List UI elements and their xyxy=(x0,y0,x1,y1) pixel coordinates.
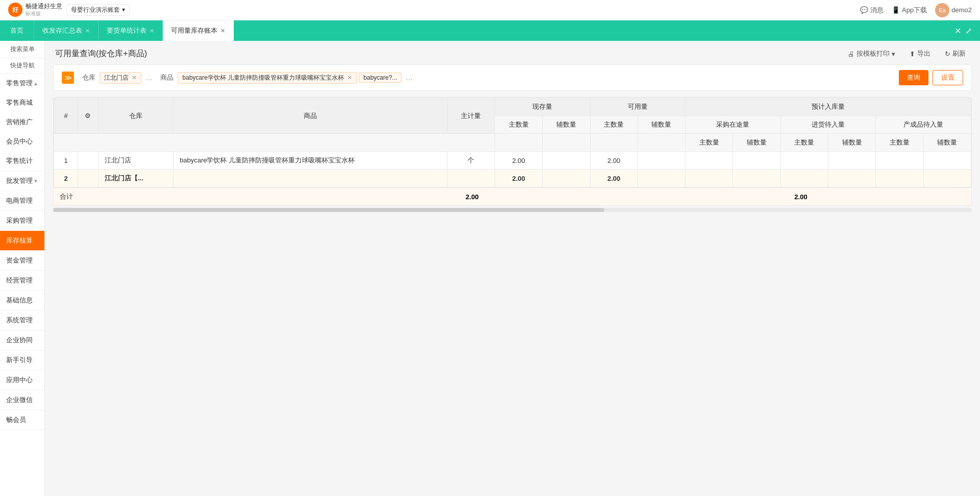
sidebar-section-wholesale: 批发管理 ▼ xyxy=(0,171,44,191)
print-btn[interactable]: 🖨 按模板打印 ▾ xyxy=(844,47,899,60)
th-warehouse: 仓库 xyxy=(98,98,173,134)
app-download-label: App下载 xyxy=(902,6,927,15)
cell-settings-1[interactable] xyxy=(78,152,98,170)
refresh-btn[interactable]: ↻ 刷新 xyxy=(941,47,970,60)
export-btn[interactable]: ⬆ 导出 xyxy=(905,47,935,60)
th-incoming-aux: 辅数量 xyxy=(828,134,876,152)
app-download-btn[interactable]: 📱 App下载 xyxy=(892,6,927,15)
th-planned-group: 预计入库量 xyxy=(685,98,971,116)
sidebar-item-purchase-mgmt[interactable]: 采购管理 xyxy=(0,211,44,230)
th-available-group: 可用量 xyxy=(590,98,685,116)
scrollbar-thumb[interactable] xyxy=(53,208,604,212)
tab-receipt-summary[interactable]: 收发存汇总表 ✕ xyxy=(34,20,99,41)
sidebar-item-retail-mgmt[interactable]: 零售管理 ▲ xyxy=(0,74,44,93)
th-empty-spacer xyxy=(54,134,495,152)
sidebar-search[interactable]: 搜索菜单 xyxy=(0,41,44,58)
cell-incoming-aux-2 xyxy=(828,170,876,187)
cell-unit-2 xyxy=(447,170,495,187)
warehouse-more-icon[interactable]: ... xyxy=(145,73,152,82)
th-empty-stock-aux2 xyxy=(543,134,590,152)
sidebar-item-member-center[interactable]: 会员中心 xyxy=(0,132,44,151)
close-tab-available-icon[interactable]: ✕ xyxy=(220,28,225,34)
sidebar-section-wechat: 企业微信 xyxy=(0,390,44,410)
cell-purchase-main-2 xyxy=(685,170,733,187)
collapse-arrow-icon: ▼ xyxy=(33,178,38,184)
close-tab-receipt-icon[interactable]: ✕ xyxy=(85,28,90,34)
table-container: # ⚙ 仓库 商品 主计量 现存量 可用量 预计入库量 主数量 辅数量 主数量 … xyxy=(53,97,972,188)
sidebar-item-marketing[interactable]: 营销推广 xyxy=(0,112,44,132)
sidebar-quick-nav[interactable]: 快捷导航 xyxy=(0,58,44,74)
warehouse-tag[interactable]: 江北门店 ✕ xyxy=(100,72,141,84)
search-menu-label: 搜索菜单 xyxy=(4,45,40,54)
content-area: 可用量查询(按仓库+商品) 🖨 按模板打印 ▾ ⬆ 导出 ↻ 刷新 ≫ xyxy=(45,41,980,496)
sidebar-item-finance-mgmt[interactable]: 资金管理 xyxy=(0,251,44,270)
product-tag-1[interactable]: babycare学饮杯 儿童防摔防撞吸管杯重力球吸嘴杯宝宝水杯 ✕ xyxy=(178,72,357,84)
operation-mgmt-label: 经营管理 xyxy=(6,276,33,285)
page-header: 可用量查询(按仓库+商品) 🖨 按模板打印 ▾ ⬆ 导出 ↻ 刷新 xyxy=(45,41,980,64)
product-tag-2[interactable]: babycare?... xyxy=(359,73,402,83)
tab-receipt-summary-label: 收发存汇总表 xyxy=(42,26,82,35)
query-button[interactable]: 查询 xyxy=(899,70,928,85)
tab-available-stock[interactable]: 可用量库存账本 ✕ xyxy=(163,20,234,41)
refresh-icon: ↻ xyxy=(945,50,950,58)
horizontal-scrollbar[interactable] xyxy=(53,208,972,212)
sidebar-section-system: 系统管理 xyxy=(0,311,44,330)
sidebar-item-retail-stats[interactable]: 零售统计 xyxy=(0,151,44,171)
sidebar-item-wholesale-mgmt[interactable]: 批发管理 ▼ xyxy=(0,171,44,191)
tab-order-stats[interactable]: 要货单统计表 ✕ xyxy=(99,20,163,41)
member-center-label: 会员中心 xyxy=(6,137,33,146)
industry-selector[interactable]: 母婴行业演示账套 ▾ xyxy=(66,4,130,16)
th-available-main: 主数量 xyxy=(590,116,638,134)
cell-finished-aux-2 xyxy=(923,170,971,187)
th-stock-aux: 辅数量 xyxy=(543,116,590,134)
sidebar-section-guide: 新手引导 xyxy=(0,350,44,370)
sidebar-item-operation-mgmt[interactable]: 经营管理 xyxy=(0,271,44,290)
close-all-tabs-btn[interactable]: ✕ ⤢ xyxy=(946,26,980,36)
message-btn[interactable]: 💬 消息 xyxy=(860,6,884,15)
retail-mgmt-label: 零售管理 xyxy=(6,79,33,88)
th-settings[interactable]: ⚙ xyxy=(78,98,98,134)
user-profile[interactable]: Ea demo2 xyxy=(935,3,972,17)
filter-toggle-btn[interactable]: ≫ xyxy=(62,72,74,84)
sidebar-item-enterprise-wechat[interactable]: 企业微信 xyxy=(0,390,44,410)
nav-tabs: 首页 收发存汇总表 ✕ 要货单统计表 ✕ 可用量库存账本 ✕ ✕ ⤢ xyxy=(0,20,980,41)
sidebar-section-basic: 基础信息 xyxy=(0,291,44,311)
print-label: 按模板打印 xyxy=(856,49,890,58)
cell-stock-aux-1 xyxy=(543,152,590,170)
sidebar-item-member[interactable]: 畅会员 xyxy=(0,410,44,430)
cell-purchase-main-1 xyxy=(685,152,733,170)
th-purchase-main: 主数量 xyxy=(685,134,733,152)
remove-product-tag-1-icon[interactable]: ✕ xyxy=(347,74,352,81)
th-empty-avail-main2 xyxy=(590,134,638,152)
sidebar-item-new-guide[interactable]: 新手引导 xyxy=(0,350,44,370)
username: demo2 xyxy=(951,6,972,14)
logo-area: 好 畅捷通好生意 标准版 xyxy=(8,3,62,17)
sidebar-section-member: 畅会员 xyxy=(0,410,44,430)
th-finished-main: 主数量 xyxy=(876,134,923,152)
sidebar-item-ecommerce-mgmt[interactable]: 电商管理 xyxy=(0,191,44,210)
th-incoming-main: 主数量 xyxy=(780,134,828,152)
product-tag-1-value: babycare学饮杯 儿童防摔防撞吸管杯重力球吸嘴杯宝宝水杯 xyxy=(182,74,344,82)
sidebar-item-basic-info[interactable]: 基础信息 xyxy=(0,291,44,310)
sidebar-item-enterprise-collab[interactable]: 企业协同 xyxy=(0,330,44,350)
print-icon: 🖨 xyxy=(848,50,854,58)
th-available-aux: 辅数量 xyxy=(638,116,685,134)
sidebar-item-inventory-check[interactable]: 库存核算 xyxy=(0,231,44,250)
product-more-icon[interactable]: ... xyxy=(406,73,412,82)
sidebar-item-retail-mall[interactable]: 零售商城 xyxy=(0,93,44,112)
sidebar-item-app-center[interactable]: 应用中心 xyxy=(0,370,44,390)
filter-actions: 查询 设置 xyxy=(899,70,963,85)
sidebar-item-system-mgmt[interactable]: 系统管理 xyxy=(0,311,44,330)
page-actions: 🖨 按模板打印 ▾ ⬆ 导出 ↻ 刷新 xyxy=(844,47,970,60)
warehouse-filter-label: 仓库 xyxy=(82,73,95,82)
ecommerce-mgmt-label: 电商管理 xyxy=(6,196,33,205)
tab-home[interactable]: 首页 xyxy=(0,20,34,41)
close-tab-order-icon[interactable]: ✕ xyxy=(150,28,154,34)
export-label: 导出 xyxy=(917,49,930,58)
remove-warehouse-tag-icon[interactable]: ✕ xyxy=(132,74,137,81)
setting-button[interactable]: 设置 xyxy=(933,70,963,85)
retail-stats-label: 零售统计 xyxy=(6,156,33,166)
cell-incoming-main-2 xyxy=(780,170,828,187)
table-header-row-1: # ⚙ 仓库 商品 主计量 现存量 可用量 预计入库量 xyxy=(54,98,971,116)
top-bar-right: 💬 消息 📱 App下载 Ea demo2 xyxy=(860,3,972,17)
